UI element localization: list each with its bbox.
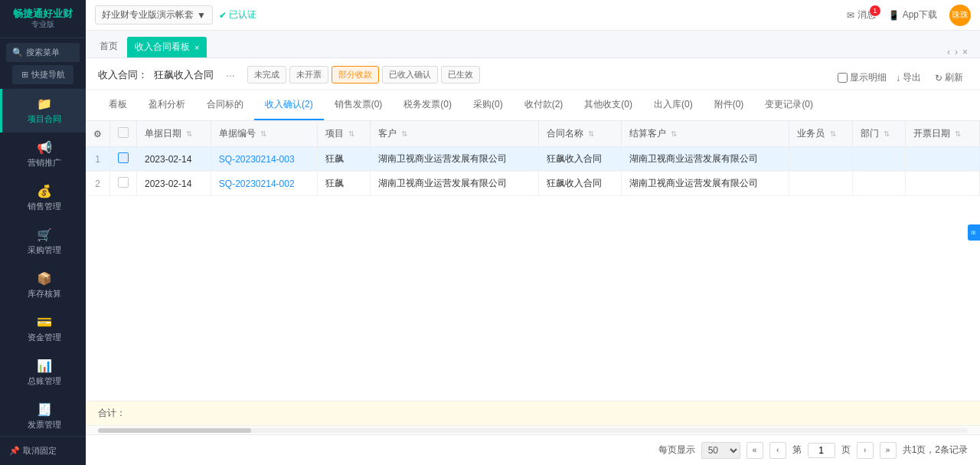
th-settlement-customer[interactable]: 结算客户 ⇅ [621,121,789,147]
sidebar-item-sales[interactable]: 💰 销售管理 [0,176,86,220]
th-salesperson[interactable]: 业务员 ⇅ [789,121,853,147]
tab-close-button[interactable]: × [194,43,199,52]
tab-tax-label: 税务发票(0) [403,99,452,110]
sidebar-item-inventory[interactable]: 📦 库存核算 [0,264,86,307]
gear-icon: ⚙ [93,129,102,139]
th-date[interactable]: 单据日期 ⇅ [137,121,211,147]
sidebar-item-purchase[interactable]: 🛒 采购管理 [0,220,86,264]
tab-warehouse[interactable]: 出入库(0) [643,90,704,120]
td-index-1: 1 [86,147,110,172]
sidebar-item-label: 营销推广 [28,157,61,169]
tab-change-log[interactable]: 变更记录(0) [754,90,824,120]
doc-number-link-1[interactable]: SQ-20230214-003 [219,154,295,165]
td-check-2[interactable] [110,172,137,196]
prev-page-button[interactable]: ‹ [769,442,786,459]
td-check-1[interactable] [110,147,137,172]
tab-payments[interactable]: 收付款(2) [514,90,574,120]
td-number-1[interactable]: SQ-20230214-003 [211,147,317,172]
table-row[interactable]: 2 2023-02-14 SQ-20230214-002 狂飙 湖南卫视商业运营… [86,172,980,196]
tab-purchase[interactable]: 采购(0) [462,90,514,120]
tab-other-label: 其他收支(0) [584,99,632,110]
sidebar-item-label: 总账管理 [28,375,61,387]
nav-next-button[interactable]: › [955,47,958,57]
tab-payments-label: 收付款(2) [524,99,564,110]
certified-label: 已认证 [229,8,256,21]
td-contract-1: 狂飙收入合同 [538,147,621,172]
sidebar-item-label: 库存核算 [28,288,61,300]
page-number-input[interactable] [808,443,835,458]
search-menu-label: 搜索菜单 [26,47,60,58]
th-settings[interactable]: ⚙ [86,121,110,147]
total-label: 合计： [98,407,126,420]
sidebar-item-general-ledger[interactable]: 📊 总账管理 [0,351,86,395]
first-page-button[interactable]: « [746,442,763,459]
sidebar-item-marketing[interactable]: 📢 营销推广 [0,133,86,176]
td-number-2[interactable]: SQ-20230214-002 [211,172,317,196]
sidebar-item-label: 发票管理 [28,419,61,431]
right-panel-button[interactable]: ≡ [968,224,980,241]
show-detail-input[interactable] [838,73,848,83]
refresh-button[interactable]: ↻ 刷新 [930,69,968,87]
sidebar-item-invoices[interactable]: 🧾 发票管理 [0,395,86,436]
sidebar-item-label: 资金管理 [28,332,61,343]
unpin-button[interactable]: 📌 取消固定 [6,441,80,460]
tab-tax-invoices[interactable]: 税务发票(0) [393,90,462,120]
row-checkbox-1[interactable] [118,152,129,163]
tab-sales-invoices[interactable]: 销售发票(0) [324,90,394,120]
company-selector[interactable]: 好业财专业版演示帐套 ▼ [95,5,213,25]
check-icon: ✔ [219,10,227,21]
tab-profit-analysis[interactable]: 盈利分析 [138,90,196,120]
tab-other-income[interactable]: 其他收支(0) [573,90,643,120]
sidebar-item-funds[interactable]: 💳 资金管理 [0,307,86,351]
close-window-button[interactable]: × [962,47,968,57]
th-customer[interactable]: 客户 ⇅ [370,121,538,147]
tab-home[interactable]: 首页 [92,35,126,57]
app-download-button[interactable]: 📱 App下载 [888,8,937,21]
tab-revenue-recognition[interactable]: 收入确认(2) [254,90,324,120]
status-uninvoiced-button[interactable]: 未开票 [289,66,328,84]
active-tab[interactable]: 收入合同看板 × [127,37,207,57]
message-button[interactable]: ✉ 1 消息 [847,8,876,21]
status-effective-button[interactable]: 已生效 [441,66,480,84]
sidebar: 畅捷通好业财 专业版 🔍 搜索菜单 ⊞ 快捷导航 📁 项目合同 📢 营销推广 💰… [0,0,86,465]
sort-settlement-icon: ⇅ [671,129,677,138]
th-department[interactable]: 部门 ⇅ [853,121,906,147]
export-button[interactable]: ↓ 导出 [891,69,926,87]
status-confirmed-button[interactable]: 已收入确认 [382,66,438,84]
td-contract-2: 狂飙收入合同 [538,172,621,196]
search-menu-button[interactable]: 🔍 搜索菜单 [6,43,80,62]
ledger-icon: 📊 [37,359,52,373]
th-contract-name[interactable]: 合同名称 ⇅ [538,121,621,147]
status-incomplete-button[interactable]: 未完成 [247,66,286,84]
status-partial-payment-button[interactable]: 部分收款 [332,66,379,84]
select-all-checkbox[interactable] [118,127,129,138]
th-department-label: 部门 [861,128,879,139]
row-checkbox-2[interactable] [118,177,129,188]
sidebar-item-projects[interactable]: 📁 项目合同 [0,89,86,133]
main-area: 好业财专业版演示帐套 ▼ ✔ 已认证 ✉ 1 消息 📱 App下载 珠珠 [86,0,980,465]
contract-name: 狂飙收入合同 [154,68,214,82]
last-page-button[interactable]: » [880,442,897,459]
tab-attachments[interactable]: 附件(0) [704,90,755,120]
th-settlement-label: 结算客户 [629,128,666,139]
th-project[interactable]: 项目 ⇅ [317,121,370,147]
next-page-button[interactable]: › [857,442,874,459]
sales-icon: 💰 [37,184,52,198]
doc-number-link-2[interactable]: SQ-20230214-002 [219,178,295,189]
tab-change-log-label: 变更记录(0) [765,99,813,110]
nav-prev-button[interactable]: ‹ [947,47,950,57]
page-label-post: 页 [841,444,851,457]
tab-dashboard[interactable]: 看板 [98,90,138,120]
th-number[interactable]: 单据编号 ⇅ [211,121,317,147]
avatar[interactable]: 珠珠 [949,5,971,26]
quick-nav-button[interactable]: ⊞ 快捷导航 [12,65,74,84]
scrollbar-thumb[interactable] [98,428,251,433]
table-row[interactable]: 1 2023-02-14 SQ-20230214-003 狂飙 湖南卫视商业运营… [86,147,980,172]
show-detail-checkbox[interactable]: 显示明细 [838,71,887,84]
page-size-select[interactable]: 50 20 100 [701,442,740,459]
th-invoice-date[interactable]: 开票日期 ⇅ [906,121,980,147]
more-actions-button[interactable]: ··· [223,69,238,81]
th-checkbox[interactable] [110,121,137,147]
tab-contract-subject[interactable]: 合同标的 [196,90,254,120]
td-date-2: 2023-02-14 [137,172,211,196]
